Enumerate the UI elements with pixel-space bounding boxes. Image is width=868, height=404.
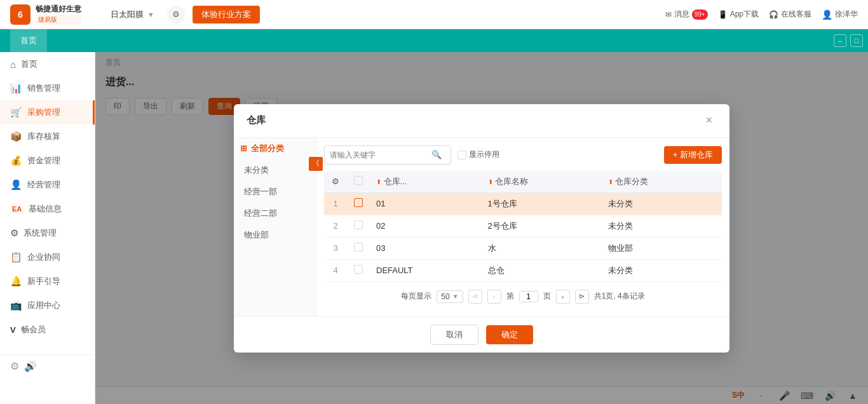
- row-name: 水: [482, 237, 602, 259]
- sidebar-item-inventory[interactable]: 📦 库存核算: [0, 125, 95, 149]
- row-code: 01: [370, 192, 482, 215]
- settings-icon[interactable]: ⚙: [167, 6, 185, 24]
- show-disabled-wrap: 显示停用: [458, 149, 499, 160]
- add-warehouse-btn[interactable]: + 新增仓库: [664, 146, 722, 164]
- modal-title: 仓库: [247, 114, 266, 126]
- user-profile-btn[interactable]: 👤 徐泽华: [822, 9, 858, 20]
- col-category: ⬆ 仓库分类: [602, 171, 722, 193]
- cancel-button[interactable]: 取消: [430, 325, 478, 345]
- sidebar-item-apps[interactable]: 📺 应用中心: [0, 293, 95, 318]
- row-checkbox[interactable]: [347, 215, 370, 237]
- chevron-down-icon: ▼: [147, 11, 154, 18]
- row-checkbox[interactable]: [347, 237, 370, 259]
- prev-page-btn[interactable]: ‹: [487, 290, 501, 304]
- confirm-button[interactable]: 确定: [486, 325, 533, 344]
- headphone-icon: 🎧: [769, 10, 778, 19]
- row-num: 2: [324, 215, 347, 237]
- search-input[interactable]: [330, 151, 431, 159]
- row-category: 未分类: [602, 192, 722, 215]
- logo-icon: 6: [10, 4, 31, 25]
- sort-icon-category: ⬆: [608, 178, 613, 185]
- modal-close-btn[interactable]: ×: [702, 113, 717, 128]
- table-row[interactable]: 3 03 水 物业部: [324, 237, 722, 259]
- sidebar-item-enterprise[interactable]: 📋 企业协同: [0, 245, 95, 269]
- first-page-btn[interactable]: ⊲: [468, 290, 482, 304]
- next-page-btn[interactable]: ›: [556, 290, 570, 304]
- row-category: 未分类: [602, 215, 722, 237]
- row-code: 02: [370, 215, 482, 237]
- speaker-icon[interactable]: 🔊: [24, 360, 37, 372]
- sidebar-collapse-btn[interactable]: 《: [309, 157, 323, 171]
- gear-icon-header[interactable]: ⚙: [332, 177, 339, 186]
- search-icon[interactable]: 🔍: [431, 150, 442, 159]
- sidebar-item-finance[interactable]: 💰 资金管理: [0, 149, 95, 173]
- phone-icon: 📱: [718, 10, 728, 19]
- modal-warehouse: 仓库 × 《 ⊞ 全部分类 未分类: [234, 104, 729, 353]
- finance-icon: 💰: [10, 155, 22, 166]
- row-num: 4: [324, 259, 347, 281]
- sidebar-item-member[interactable]: V 畅会员: [0, 318, 95, 342]
- row-name: 总仓: [482, 259, 602, 281]
- nav-tab-home[interactable]: 首页: [10, 29, 47, 52]
- member-icon: V: [10, 325, 16, 335]
- warehouse-table: ⚙ ⬆ 仓库...: [324, 171, 722, 282]
- row-category: 未分类: [602, 259, 722, 281]
- system-icon: ⚙: [10, 227, 18, 239]
- logo-area: 6 畅捷通好生意 捷易版: [10, 4, 105, 25]
- sidebar: ⌂ 首页 📊 销售管理 🛒 采购管理 📦 库存核算 💰 资金管理 👤 经营管理 …: [0, 52, 95, 404]
- sidebar-item-purchase[interactable]: 🛒 采购管理: [0, 100, 95, 125]
- sidebar-item-guide[interactable]: 🔔 新手引导: [0, 269, 95, 293]
- table-row[interactable]: 4 DEFAULT 总仓 未分类: [324, 259, 722, 281]
- sidebar-item-management[interactable]: 👤 经营管理: [0, 173, 95, 197]
- col-checkbox: [347, 171, 370, 193]
- category-item-ops1[interactable]: 经营一部: [234, 181, 316, 203]
- category-item-unclassified[interactable]: 未分类: [234, 159, 316, 181]
- sidebar-item-basic-info[interactable]: EA 基础信息: [0, 197, 95, 221]
- modal-body: 《 ⊞ 全部分类 未分类 经营一部 经营二部: [234, 138, 729, 316]
- select-all-checkbox[interactable]: [354, 176, 363, 185]
- avatar-icon: 👤: [822, 10, 832, 20]
- row-num: 3: [324, 237, 347, 259]
- row-code: 03: [370, 237, 482, 259]
- sidebar-item-system[interactable]: ⚙ 系统管理: [0, 221, 95, 245]
- modal-overlay: 仓库 × 《 ⊞ 全部分类 未分类: [95, 52, 868, 404]
- col-code: ⬆ 仓库...: [370, 171, 482, 193]
- row-checkbox[interactable]: [347, 192, 370, 215]
- top-header: 6 畅捷通好生意 捷易版 日太阳膜 ▼ ⚙ 体验行业方案 ✉ 消息 99+ 📱 …: [0, 0, 868, 29]
- modal-footer: 取消 确定: [234, 316, 729, 353]
- page-number-input[interactable]: [519, 291, 538, 302]
- per-page-select[interactable]: 50 ▼: [437, 290, 463, 303]
- experience-btn[interactable]: 体验行业方案: [193, 6, 260, 24]
- sidebar-item-home[interactable]: ⌂ 首页: [0, 52, 95, 76]
- sidebar-item-sales[interactable]: 📊 销售管理: [0, 76, 95, 100]
- messages-btn[interactable]: ✉ 消息 99+: [665, 9, 708, 20]
- category-item-ops2[interactable]: 经营二部: [234, 203, 316, 224]
- row-num: 1: [324, 192, 347, 215]
- row-category: 物业部: [602, 237, 722, 259]
- message-icon: ✉: [665, 10, 672, 19]
- table-row[interactable]: 2 02 2号仓库 未分类: [324, 215, 722, 237]
- col-name: ⬆ 仓库名称: [482, 171, 602, 193]
- minimize-btn[interactable]: –: [834, 34, 846, 47]
- modal-toolbar: 🔍 显示停用 + 新增仓库: [324, 145, 722, 165]
- header-right: ✉ 消息 99+ 📱 App下载 🎧 在线客服 👤 徐泽华: [665, 9, 858, 20]
- row-checkbox[interactable]: [347, 259, 370, 281]
- maximize-btn[interactable]: □: [850, 34, 863, 47]
- sales-icon: 📊: [10, 83, 22, 94]
- category-item-property[interactable]: 物业部: [234, 224, 316, 246]
- modal-category-header[interactable]: ⊞ 全部分类: [234, 138, 316, 159]
- show-disabled-checkbox[interactable]: [458, 151, 466, 159]
- gear-bottom-icon[interactable]: ⚙: [10, 360, 19, 372]
- enterprise-icon: 📋: [10, 252, 22, 263]
- modal-category-sidebar: 《 ⊞ 全部分类 未分类 经营一部 经营二部: [234, 138, 316, 316]
- company-selector[interactable]: 日太阳膜 ▼: [105, 6, 159, 23]
- modal-main-content: 🔍 显示停用 + 新增仓库: [316, 138, 729, 316]
- last-page-btn[interactable]: ⊳: [575, 290, 589, 304]
- row-code: DEFAULT: [370, 259, 482, 281]
- app-download-btn[interactable]: 📱 App下载: [718, 9, 759, 20]
- customer-service-btn[interactable]: 🎧 在线客服: [769, 9, 811, 20]
- basic-info-icon: EA: [10, 205, 24, 213]
- pagination: 每页显示 50 ▼ ⊲ ‹ 第 页 › ⊳ 共1页: [324, 282, 722, 309]
- table-row[interactable]: 1 01 1号仓库 未分类: [324, 192, 722, 215]
- sort-icon-code: ⬆: [376, 178, 381, 185]
